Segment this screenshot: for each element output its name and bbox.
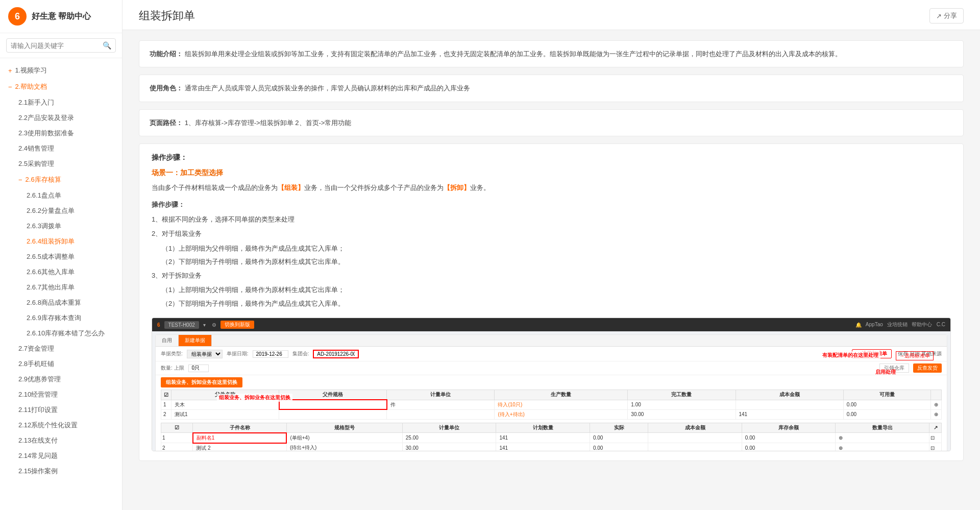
path-text: 1、库存核算->库存管理->组装拆卸单 2、首页->常用功能 [185, 119, 352, 127]
mock-annotation-bar: 组装业务、拆卸业务在这里切换 [161, 377, 242, 387]
screenshot-container: 6 TEST-H002 ▾ ⚙ 切换到新版 🔔 AppTao 业培统销 帮助中心… [152, 318, 951, 451]
mock-topbar: 6 TEST-H002 ▾ ⚙ 切换到新版 🔔 AppTao 业培统销 帮助中心… [152, 318, 950, 331]
sidebar-item-newbie[interactable]: 2.1新手入门 [0, 95, 122, 110]
sidebar-item-assembly[interactable]: 2.6.4组装拆卸单 [0, 234, 122, 249]
sidebar-item-video[interactable]: + 1.视频学习 [0, 62, 122, 79]
search-box[interactable]: 🔍 [6, 38, 116, 53]
mock-th-parent-spec: 父件规格 [279, 390, 387, 400]
mock-date-input[interactable] [253, 350, 288, 358]
sidebar-item-print[interactable]: 2.11打印设置 [0, 402, 122, 418]
sidebar-item-data-prep[interactable]: 2.3使用前数据准备 [0, 126, 122, 141]
mock-tab-self[interactable]: 自用 [156, 335, 179, 346]
sidebar-item-help-docs[interactable]: − 2.帮助文档 [0, 79, 122, 95]
scenario1-desc: 当由多个子件材料组装成一个成品的业务为【组装】业务，当由一个父件拆分成多个子产品… [152, 182, 951, 195]
sidebar-item-online-pay[interactable]: 2.13在线支付 [0, 433, 122, 448]
mock-qty-input[interactable] [188, 365, 209, 372]
mock-sub-table-area: ☑ 子件名称 规格型号 计量单位 计划数量 实际 成本金额 库存余额 数量导出 [156, 423, 947, 451]
mock-type-select[interactable]: 组装单据 [187, 350, 223, 358]
step3-1: （1）上部明细为父件明细，最终作为原材料生成其它出库单； [152, 284, 951, 296]
mock-sub-form: 数量: 上限 引领仓库 反查发货 [156, 361, 947, 375]
mock-apply-btn[interactable]: 反查发货 [913, 363, 942, 373]
sidebar-item-cost-recalc[interactable]: 2.6.8商品成本重算 [0, 295, 122, 310]
annotation-switch: 组装业务、拆卸业务在这里切换 [217, 394, 292, 402]
sidebar-item-faq[interactable]: 2.14常见问题 [0, 448, 122, 464]
step3-2: （2）下部明细为子件明细，最终作为产成品生成其它入库单。 [152, 298, 951, 309]
scenario1-title: 场景一：加工类型选择 [152, 168, 951, 178]
collapse-icon-inventory: − [18, 176, 22, 184]
sidebar-item-stock-ledger[interactable]: 2.6.9库存账本查询 [0, 310, 122, 326]
main-header: 组装拆卸单 ↗ 分享 [122, 0, 980, 30]
mock-date-label: 单据日期: [227, 350, 249, 357]
mock-sub-th-stock: 库存余额 [742, 423, 836, 433]
mock-sub-th-export: 数量导出 [836, 423, 929, 433]
sidebar-item-other-outbound[interactable]: 2.6.7其他出库单 [0, 280, 122, 295]
sidebar-item-finance[interactable]: 2.7资金管理 [0, 341, 122, 356]
mock-th-unit: 计量单位 [387, 390, 495, 400]
step2-2: （2）下部明细为子件明细，最终作为原材料生成其它出库单。 [152, 256, 951, 268]
mock-num-input[interactable] [313, 350, 359, 358]
sidebar-item-partial-stocktake[interactable]: 2.6.2分量盘点单 [0, 203, 122, 218]
mock-switch-btn[interactable]: 切换到新版 [220, 321, 254, 329]
sidebar-item-other-inbound[interactable]: 2.6.6其他入库单 [0, 264, 122, 280]
sidebar-item-transfer[interactable]: 2.6.3调拨单 [0, 218, 122, 234]
sidebar-item-ledger-fix[interactable]: 2.6.10库存账本错了怎么办 [0, 326, 122, 341]
table-row: 2 测试 2 (待出+待入) 30.00 141 0.00 0.00 ⊕ [161, 443, 942, 451]
op-title: 操作步骤： [152, 153, 951, 162]
sidebar-item-install[interactable]: 2.2产品安装及登录 [0, 110, 122, 126]
annotation-has-bom: 有装配清单的在这里处理 [820, 351, 880, 359]
sidebar-item-coupon[interactable]: 2.9优惠券管理 [0, 372, 122, 387]
sidebar-item-customize[interactable]: 2.12系统个性化设置 [0, 418, 122, 433]
mock-sub-table: ☑ 子件名称 规格型号 计量单位 计划数量 实际 成本金额 库存余额 数量导出 [161, 423, 942, 451]
mock-th-prod-qty: 生产数量 [495, 390, 628, 400]
logo-area: 6 好生意 帮助中心 [0, 0, 122, 33]
mock-type-label: 单据类型: [161, 350, 183, 357]
sidebar-item-purchase[interactable]: 2.5采购管理 [0, 156, 122, 172]
mock-logo: 6 [157, 322, 160, 328]
table-row: 2 测试1 (待入+待出) 30.00 141 0.00 ⊕ [161, 409, 942, 419]
step2: 2、对于组装业务 [152, 228, 951, 240]
path-block: 页面路径： 1、库存核算->库存管理->组装拆卸单 2、首页->常用功能 [139, 109, 964, 136]
mock-sub-th-cost: 成本金额 [648, 423, 742, 433]
annotation-enable: 启用处理 [875, 369, 896, 376]
mock-th-avail: 可用量 [843, 390, 930, 400]
op-steps-subtitle: 操作步骤： [152, 199, 951, 211]
mock-bell-icon: 🔔 [855, 322, 862, 328]
expand-icon-video: + [8, 67, 12, 75]
app-logo-icon: 6 [8, 7, 27, 26]
mock-tab-new[interactable]: 新建单据 [179, 335, 212, 346]
sidebar-item-stocktake[interactable]: 2.6.1盘点单 [0, 188, 122, 203]
mock-nav-items: AppTao 业培统销 帮助中心 C.C [866, 321, 945, 328]
intro-label: 功能介绍： [150, 50, 183, 58]
role-block: 使用角色： 通常由生产人员或库管人员完成拆装业务的操作，库管人员确认原材料的出库… [139, 75, 964, 102]
mock-qty-label: 数量: 上限 [161, 365, 184, 372]
mock-sub-th-unit: 计量单位 [402, 423, 496, 433]
share-button[interactable]: ↗ 分享 [929, 8, 964, 23]
sidebar-item-cases[interactable]: 2.15操作案例 [0, 464, 122, 479]
sidebar-item-mobile[interactable]: 2.8手机旺铺 [0, 356, 122, 372]
search-area: 🔍 [0, 33, 122, 58]
sidebar-item-inventory[interactable]: − 2.6库存核算 [0, 172, 122, 188]
mock-th-cost: 成本金额 [736, 390, 843, 400]
mock-th-action [931, 390, 942, 400]
nav-tree: + 1.视频学习 − 2.帮助文档 2.1新手入门 2.2产品安装及登录 2.3… [0, 58, 122, 510]
mock-sub-th-plan: 计划数量 [496, 423, 590, 433]
mock-screenshot: 6 TEST-H002 ▾ ⚙ 切换到新版 🔔 AppTao 业培统销 帮助中心… [152, 318, 950, 451]
mock-th-done-qty: 完工数量 [628, 390, 736, 400]
search-input[interactable] [11, 42, 103, 50]
main-content: 组装拆卸单 ↗ 分享 功能介绍： 组装拆卸单用来处理企业组装或拆卸等加工业务，支… [122, 0, 980, 510]
sidebar-item-cost-adjust[interactable]: 2.6.5成本调整单 [0, 249, 122, 264]
annotation-select-standard: →选用标准单 [896, 351, 934, 360]
mock-num-label: 集团会: [292, 350, 309, 357]
mock-app-window: 自用 新建单据 单据类型: 组装单据 单据日期: 集团会: → [155, 334, 947, 451]
share-icon: ↗ [936, 12, 942, 20]
sidebar-item-operations[interactable]: 2.10经营管理 [0, 387, 122, 402]
mock-th-check: ☑ [161, 390, 172, 400]
mock-tabs-bar: 自用 新建单据 [156, 335, 947, 347]
sidebar-item-sales[interactable]: 2.4销售管理 [0, 141, 122, 156]
step2-1: （1）上部明细为父件明细，最终作为产成品生成其它入库单； [152, 242, 951, 254]
step3: 3、对于拆卸业务 [152, 270, 951, 282]
mock-sub-th-actual: 实际 [590, 423, 648, 433]
role-label: 使用角色： [150, 84, 183, 92]
intro-text: 组装拆卸单用来处理企业组装或拆卸等加工业务，支持有固定装配清单的产品加工业务，也… [185, 50, 842, 58]
search-icon[interactable]: 🔍 [103, 41, 111, 50]
